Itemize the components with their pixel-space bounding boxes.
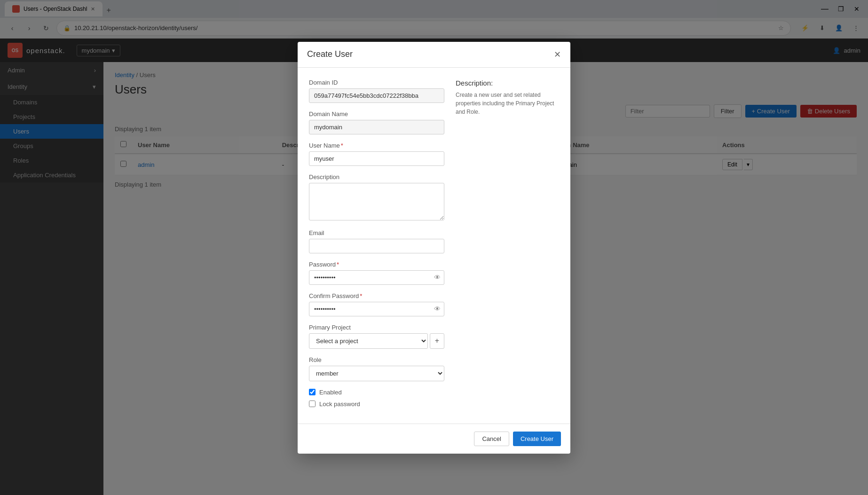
- email-group: Email: [309, 229, 444, 253]
- email-label: Email: [309, 229, 444, 236]
- role-group: Role member admin reader: [309, 356, 444, 381]
- domain-name-group: Domain Name: [309, 110, 444, 134]
- confirm-password-label: Confirm Password*: [309, 292, 444, 299]
- password-toggle-icon[interactable]: 👁: [434, 274, 441, 281]
- modal-description-panel: Description: Create a new user and set r…: [456, 79, 559, 412]
- description-label: Description: [309, 173, 444, 181]
- enabled-label: Enabled: [319, 389, 342, 396]
- confirm-password-toggle-icon[interactable]: 👁: [434, 305, 441, 313]
- domain-id-label: Domain ID: [309, 79, 444, 86]
- password-label: Password*: [309, 261, 444, 268]
- user-name-input[interactable]: [309, 151, 444, 166]
- modal-footer: Cancel Create User: [298, 424, 570, 454]
- enabled-checkbox[interactable]: [309, 389, 316, 395]
- password-wrapper: 👁: [309, 270, 444, 285]
- confirm-password-group: Confirm Password* 👁: [309, 292, 444, 316]
- create-user-submit-button[interactable]: Create User: [513, 432, 561, 446]
- enabled-checkbox-group: Enabled: [309, 389, 444, 396]
- modal-close-button[interactable]: ✕: [554, 49, 561, 60]
- password-group: Password* 👁: [309, 261, 444, 285]
- role-label: Role: [309, 356, 444, 363]
- domain-name-input[interactable]: [309, 120, 444, 134]
- cancel-button[interactable]: Cancel: [474, 432, 509, 446]
- description-group: Description: [309, 173, 444, 222]
- confirm-password-wrapper: 👁: [309, 302, 444, 316]
- primary-project-select-group: Select a project +: [309, 333, 444, 349]
- lock-password-checkbox[interactable]: [309, 401, 316, 407]
- modal-desc-text: Create a new user and set related proper…: [456, 91, 559, 116]
- user-name-group: User Name*: [309, 142, 444, 166]
- role-select[interactable]: member admin reader: [309, 366, 444, 381]
- modal-title: Create User: [307, 49, 353, 59]
- primary-project-add-btn[interactable]: +: [430, 333, 444, 349]
- modal-body: Domain ID Domain Name User Name*: [298, 68, 570, 424]
- domain-id-input[interactable]: [309, 88, 444, 103]
- primary-project-select[interactable]: Select a project: [309, 333, 428, 349]
- domain-id-group: Domain ID: [309, 79, 444, 103]
- lock-password-checkbox-group: Lock password: [309, 401, 444, 408]
- confirm-password-input[interactable]: [309, 302, 444, 316]
- domain-name-label: Domain Name: [309, 110, 444, 118]
- browser-window: Users - OpenStack Dashl ✕ + — ❐ ✕ ‹ › ↻ …: [0, 0, 868, 495]
- lock-password-label: Lock password: [319, 401, 360, 408]
- modal-desc-heading: Description:: [456, 79, 559, 87]
- create-user-modal: Create User ✕ Domain ID Domain Name: [298, 42, 570, 454]
- modal-header: Create User ✕: [298, 42, 570, 68]
- modal-form: Domain ID Domain Name User Name*: [309, 79, 444, 412]
- email-input[interactable]: [309, 239, 444, 253]
- password-input[interactable]: [309, 270, 444, 285]
- modal-overlay: Create User ✕ Domain ID Domain Name: [0, 0, 868, 495]
- description-input[interactable]: [309, 183, 444, 220]
- primary-project-group: Primary Project Select a project +: [309, 324, 444, 349]
- user-name-label: User Name*: [309, 142, 444, 149]
- primary-project-label: Primary Project: [309, 324, 444, 331]
